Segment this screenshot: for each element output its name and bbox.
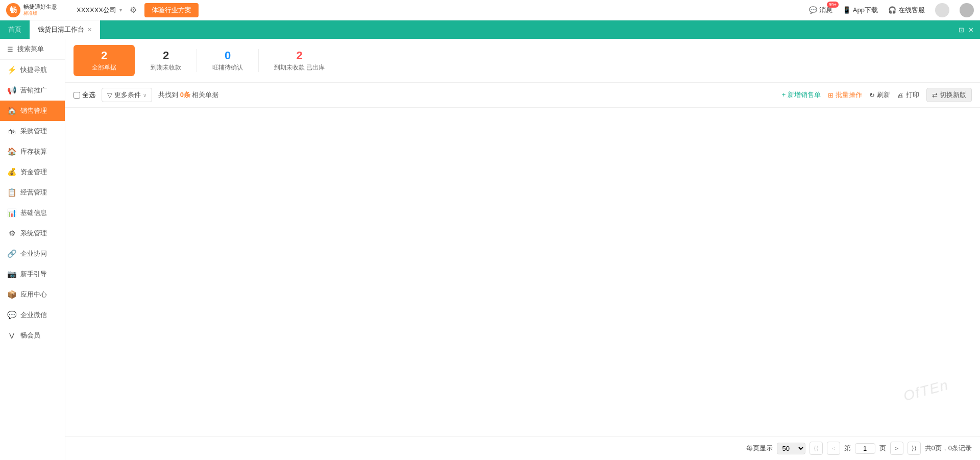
- sales-icon: 🏠: [7, 106, 16, 115]
- last-page-button[interactable]: ⟩⟩: [908, 442, 921, 455]
- settings-button[interactable]: ⚙: [126, 3, 140, 17]
- sidebar-item-sales[interactable]: 🏠 销售管理: [0, 101, 65, 121]
- nav-tabs: 首页 钱货日清工作台 ✕ ⊡ ✕: [0, 20, 980, 39]
- sidebar-item-app-center-label: 应用中心: [20, 290, 47, 299]
- app-download-button[interactable]: 📱 App下载: [843, 6, 878, 15]
- found-text: 共找到 0条 相关单据: [158, 90, 218, 100]
- found-suffix: 相关单据: [192, 91, 218, 99]
- sidebar-item-wechat[interactable]: 💬 企业微信: [0, 305, 65, 325]
- select-all-label: 全选: [82, 90, 95, 100]
- sidebar-item-operations[interactable]: 📋 经营管理: [0, 182, 65, 203]
- sidebar-item-member[interactable]: V 畅会员: [0, 325, 65, 346]
- sidebar-item-app-center[interactable]: 📦 应用中心: [0, 284, 65, 305]
- filter-label: 更多条件: [114, 90, 141, 100]
- search-menu-label: 搜索菜单: [17, 44, 44, 54]
- window-close-icon[interactable]: ✕: [968, 26, 974, 34]
- sidebar-item-basic-info-label: 基础信息: [20, 208, 47, 217]
- sidebar-item-operations-label: 经营管理: [20, 188, 47, 197]
- message-button[interactable]: 💬 消息 99+: [809, 6, 832, 15]
- tab-home[interactable]: 首页: [0, 20, 30, 39]
- stat-all-number: 2: [101, 49, 107, 62]
- window-restore-icon[interactable]: ⊡: [959, 26, 964, 34]
- sidebar-item-system-label: 系统管理: [20, 229, 47, 238]
- select-all-input[interactable]: [74, 92, 80, 99]
- select-all-checkbox[interactable]: 全选: [74, 90, 95, 100]
- online-service-icon: 🎧: [888, 6, 896, 14]
- refresh-button[interactable]: ↻ 刷新: [869, 90, 890, 100]
- toolbar-right: + 新增销售单 ⊞ 批量操作 ↻ 刷新 🖨 打印 ⇄ 切换新版: [782, 88, 972, 102]
- search-icon: ☰: [7, 45, 13, 53]
- main-layout: ☰ 搜索菜单 ⚡ 快捷导航 📢 营销推广 🏠 销售管理 🛍 采购管理 🏠 库存核…: [0, 39, 980, 460]
- tab-qhrc[interactable]: 钱货日清工作台 ✕: [30, 20, 100, 39]
- print-button[interactable]: 🖨 打印: [897, 90, 919, 100]
- finance-icon: 💰: [7, 167, 16, 177]
- page-size-select[interactable]: 20 50 100: [777, 443, 805, 454]
- page-label-end: 页: [879, 444, 886, 453]
- tab-close-icon[interactable]: ✕: [87, 27, 92, 33]
- wechat-icon: 💬: [7, 310, 16, 320]
- switch-label: 切换新版: [940, 90, 966, 100]
- page-number-input[interactable]: [855, 443, 875, 454]
- collab-icon: 🔗: [7, 249, 16, 258]
- found-count: 0条: [180, 91, 190, 99]
- company-selector[interactable]: XXXXXX公司 ▾: [77, 6, 122, 15]
- more-filter-button[interactable]: ▽ 更多条件 ∨: [102, 88, 152, 102]
- sidebar-item-marketing[interactable]: 📢 营销推广: [0, 80, 65, 101]
- sidebar-item-collab[interactable]: 🔗 企业协同: [0, 244, 65, 264]
- content-area: 2 全部单据 2 到期未收款 0 旺辅待确认 2 到期未收款 已出库: [65, 39, 980, 460]
- new-order-button[interactable]: + 新增销售单: [782, 90, 821, 100]
- logo-area: 畅 畅捷通好生意 标准版: [6, 3, 71, 17]
- switch-icon: ⇄: [932, 91, 938, 99]
- sidebar-item-finance-label: 资金管理: [20, 167, 47, 177]
- try-industry-button[interactable]: 体验行业方案: [144, 3, 199, 17]
- company-chevron-icon: ▾: [119, 7, 122, 13]
- sidebar-item-inventory[interactable]: 🏠 库存核算: [0, 141, 65, 162]
- quick-nav-icon: ⚡: [7, 65, 16, 75]
- stat-overdue-number: 2: [163, 49, 169, 62]
- sidebar-item-sales-label: 销售管理: [20, 106, 47, 115]
- stat-wangfu[interactable]: 0 旺辅待确认: [197, 45, 258, 76]
- stat-all-orders[interactable]: 2 全部单据: [74, 45, 135, 76]
- next-page-button[interactable]: ＞: [890, 442, 903, 455]
- sidebar-item-guide[interactable]: 📷 新手引导: [0, 264, 65, 284]
- sidebar-item-system[interactable]: ⚙ 系统管理: [0, 223, 65, 244]
- total-text: 共0页，0条记录: [925, 444, 972, 453]
- tab-home-label: 首页: [8, 25, 21, 34]
- system-icon: ⚙: [7, 229, 16, 238]
- sidebar-item-basic-info[interactable]: 📊 基础信息: [0, 203, 65, 223]
- sidebar-item-collab-label: 企业协同: [20, 249, 47, 258]
- online-service-label: 在线客服: [898, 6, 925, 15]
- prev-page-button[interactable]: ＜: [827, 442, 840, 455]
- avatar2[interactable]: [960, 3, 974, 17]
- toolbar: 全选 ▽ 更多条件 ∨ 共找到 0条 相关单据 + 新增销售单 ⊞ 批量操作 ↻…: [65, 83, 980, 108]
- batch-icon: ⊞: [828, 91, 834, 99]
- logo-icon: 畅: [6, 3, 20, 17]
- message-badge: 99+: [827, 2, 839, 8]
- avatar[interactable]: [935, 3, 949, 17]
- app-badge: 标准版: [23, 10, 57, 17]
- stat-overdue-shipped[interactable]: 2 到期未收款 已出库: [259, 45, 340, 76]
- page-size-label: 每页显示: [746, 444, 773, 453]
- sidebar-item-purchase[interactable]: 🛍 采购管理: [0, 121, 65, 141]
- logo-text-block: 畅捷通好生意 标准版: [23, 3, 57, 17]
- stat-overdue[interactable]: 2 到期未收款: [135, 45, 197, 76]
- sidebar: ☰ 搜索菜单 ⚡ 快捷导航 📢 营销推广 🏠 销售管理 🛍 采购管理 🏠 库存核…: [0, 39, 65, 460]
- switch-version-button[interactable]: ⇄ 切换新版: [926, 88, 972, 102]
- filter-icon: ▽: [107, 91, 112, 99]
- tab-qhrc-label: 钱货日清工作台: [38, 25, 84, 34]
- batch-action-button[interactable]: ⊞ 批量操作: [828, 90, 862, 100]
- app-download-icon: 📱: [843, 6, 851, 14]
- sidebar-item-finance[interactable]: 💰 资金管理: [0, 162, 65, 182]
- sidebar-item-purchase-label: 采购管理: [20, 127, 47, 136]
- gear-icon: ⚙: [130, 5, 137, 15]
- search-menu-button[interactable]: ☰ 搜索菜单: [0, 39, 65, 60]
- filter-chevron-icon: ∨: [143, 92, 146, 98]
- refresh-label: 刷新: [877, 90, 890, 100]
- stat-overdue-label: 到期未收款: [151, 63, 181, 72]
- sidebar-item-quick-nav[interactable]: ⚡ 快捷导航: [0, 60, 65, 80]
- sidebar-item-guide-label: 新手引导: [20, 270, 47, 279]
- company-name: XXXXXX公司: [77, 6, 116, 15]
- online-service-button[interactable]: 🎧 在线客服: [888, 6, 925, 15]
- app-name: 畅捷通好生意: [23, 3, 57, 10]
- first-page-button[interactable]: ⟨⟨: [810, 442, 823, 455]
